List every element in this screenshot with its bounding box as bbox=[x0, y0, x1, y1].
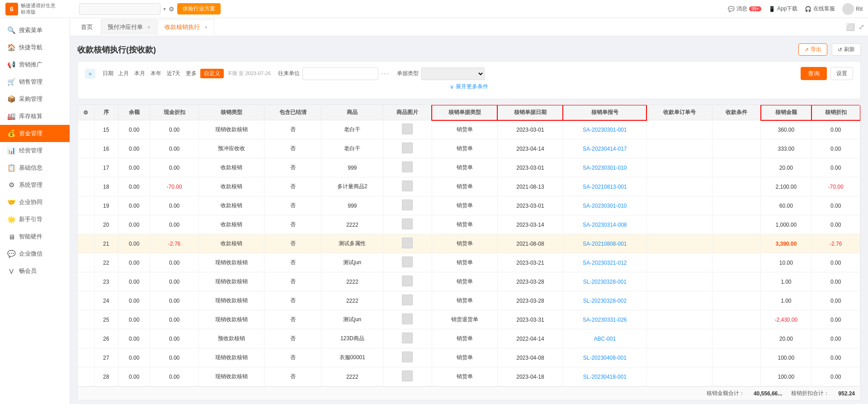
tab-fullscreen-icon[interactable]: ⤢ bbox=[859, 23, 864, 31]
page-title: 收款核销执行(按收款) bbox=[77, 44, 156, 55]
date-btn-last-month[interactable]: 上月 bbox=[116, 69, 131, 78]
avatar bbox=[842, 3, 854, 15]
cell-cash-discount: 0.00 bbox=[150, 310, 199, 329]
sidebar-item-enterprise[interactable]: 🤝 企业协同 bbox=[0, 194, 70, 211]
cell-bill-report-no[interactable]: SA-20230314-008 bbox=[563, 215, 646, 234]
bill-no-link[interactable]: SA-20230321-012 bbox=[583, 260, 627, 266]
filter-date-group: 上月 本月 本年 近7天 更多 自定义 bbox=[116, 69, 224, 78]
cell-writeoff-type: 收款核销 bbox=[198, 234, 264, 253]
setting-button[interactable]: 设置 bbox=[830, 67, 853, 80]
cell-bill-report-no[interactable]: SL-20230328-002 bbox=[563, 291, 646, 310]
bill-no-link[interactable]: SA-20210808-001 bbox=[583, 241, 627, 247]
cell-receipt-order-no bbox=[646, 253, 712, 272]
expand-more-btn[interactable]: ∨ 展开更多条件 bbox=[85, 80, 853, 93]
date-custom-btn[interactable]: 自定义 bbox=[200, 69, 224, 78]
query-button[interactable]: 查询 bbox=[801, 67, 827, 80]
sidebar-item-smart-hardware[interactable]: 🖥 智能硬件 bbox=[0, 228, 70, 245]
bill-type-select[interactable] bbox=[421, 67, 485, 80]
cell-writeoff-type: 收款核销 bbox=[198, 215, 264, 234]
bill-no-link[interactable]: SA-20230301-010 bbox=[583, 165, 627, 171]
cell-receipt-order-no bbox=[646, 177, 712, 196]
cell-bill-report-no[interactable]: SA-20230301-001 bbox=[563, 120, 646, 139]
th-settings[interactable]: ⚙ bbox=[78, 105, 94, 120]
bill-no-link[interactable]: SA-20230314-008 bbox=[583, 222, 627, 228]
tab-prepayment[interactable]: 预付冲应付单 × bbox=[101, 19, 157, 35]
chevron-down-icon[interactable]: ▾ bbox=[163, 6, 166, 12]
sidebar-item-quicknav[interactable]: 🏠 快捷导航 bbox=[0, 39, 70, 56]
cell-bill-report-no[interactable]: SA-20230301-010 bbox=[563, 196, 646, 215]
bill-no-link[interactable]: SL-20230328-002 bbox=[583, 298, 627, 304]
sidebar-item-funds[interactable]: 💰 资金管理 bbox=[0, 125, 70, 142]
export-button[interactable]: ↗ 导出 bbox=[798, 43, 827, 56]
cell-writeoff-amount: -2,430.00 bbox=[761, 310, 811, 329]
cell-bill-report-no[interactable]: SL-20230408-001 bbox=[563, 348, 646, 367]
bill-no-link[interactable]: SA-20230301-001 bbox=[583, 127, 627, 133]
bill-no-link[interactable]: SA-20230331-026 bbox=[583, 317, 627, 323]
cell-goods: 999 bbox=[321, 196, 383, 215]
tab-prepayment-close[interactable]: × bbox=[147, 24, 150, 30]
cell-bill-report-no[interactable]: SA-20230321-012 bbox=[563, 253, 646, 272]
bill-no-link[interactable]: SA-20230414-017 bbox=[583, 146, 627, 152]
tab-home[interactable]: 首页 bbox=[74, 19, 100, 35]
sidebar-item-basic-info[interactable]: 📋 基础信息 bbox=[0, 159, 70, 176]
cell-receipt-condition bbox=[712, 120, 761, 139]
cell-seq: 26 bbox=[94, 329, 118, 348]
cell-bill-report-no[interactable]: SL-20230418-001 bbox=[563, 367, 646, 386]
app-download-btn[interactable]: 📱 App下载 bbox=[769, 5, 797, 13]
date-btn-this-month[interactable]: 本月 bbox=[132, 69, 147, 78]
cell-writeoff-type: 收款核销 bbox=[198, 158, 264, 177]
sidebar-item-system[interactable]: ⚙ 系统管理 bbox=[0, 176, 70, 194]
tab-minimize-icon[interactable]: ⬜ bbox=[846, 23, 855, 31]
cell-bill-report-type: 销货单 bbox=[432, 139, 497, 158]
tab-writeoff-close[interactable]: × bbox=[204, 24, 207, 30]
sidebar-item-purchase[interactable]: 📦 采购管理 bbox=[0, 90, 70, 108]
bill-no-link[interactable]: SL-20230328-001 bbox=[583, 279, 627, 285]
date-btn-this-year[interactable]: 本年 bbox=[149, 69, 163, 78]
cell-writeoff-amount: 1.00 bbox=[761, 272, 811, 291]
cell-bill-report-no[interactable]: SA-20230301-010 bbox=[563, 158, 646, 177]
filter-bill-type-item: 单据类型 bbox=[397, 67, 485, 80]
user-area[interactable]: Rit bbox=[842, 3, 863, 15]
online-service-btn[interactable]: 🎧 在线客服 bbox=[805, 5, 835, 13]
top-search-input[interactable] bbox=[79, 3, 160, 15]
gear-icon[interactable]: ⚙ bbox=[169, 5, 175, 13]
sidebar-item-member[interactable]: V 畅会员 bbox=[0, 262, 70, 280]
sidebar-item-inventory[interactable]: 🏭 库存核算 bbox=[0, 108, 70, 125]
industry-btn[interactable]: 休验行业方案 bbox=[177, 3, 221, 14]
sidebar-item-guide[interactable]: 🌟 新手引导 bbox=[0, 211, 70, 228]
tab-writeoff-label: 收款核销执行 bbox=[165, 23, 200, 31]
sidebar-item-wechat[interactable]: 💬 企业微信 bbox=[0, 245, 70, 262]
filter-expand-btn[interactable]: » bbox=[85, 69, 95, 79]
cell-bill-report-no[interactable]: SA-20230331-026 bbox=[563, 310, 646, 329]
tab-writeoff[interactable]: 收款核销执行 × bbox=[158, 19, 214, 35]
bill-no-link[interactable]: SA-20210813-001 bbox=[583, 184, 627, 190]
messages-btn[interactable]: 💬 消息 99+ bbox=[728, 5, 761, 13]
counterpart-input[interactable] bbox=[302, 67, 378, 80]
cell-bill-report-no[interactable]: SA-20230414-017 bbox=[563, 139, 646, 158]
bill-no-link[interactable]: SA-20230301-010 bbox=[583, 203, 627, 209]
cell-settings bbox=[78, 234, 94, 253]
bill-no-link[interactable]: SL-20230408-001 bbox=[583, 355, 627, 361]
date-btn-more[interactable]: 更多 bbox=[184, 69, 198, 78]
cell-include-settled: 否 bbox=[264, 348, 321, 367]
sidebar-item-operations[interactable]: 📊 经营管理 bbox=[0, 142, 70, 159]
sidebar-item-sales[interactable]: 🛒 销售管理 bbox=[0, 73, 70, 90]
sidebar-item-search[interactable]: 🔍 搜索菜单 bbox=[0, 22, 70, 39]
cell-bill-report-date: 2023-03-01 bbox=[497, 196, 563, 215]
cell-settings bbox=[78, 120, 94, 139]
page-header: 收款核销执行(按收款) ↗ 导出 ↺ 刷新 bbox=[77, 43, 861, 56]
cell-bill-report-no[interactable]: ABC-001 bbox=[563, 329, 646, 348]
top-bar: 6 畅捷通谱好生意 标准版 ▾ ⚙ 休验行业方案 💬 消息 99+ 📱 App下… bbox=[0, 0, 868, 18]
dots-icon[interactable]: ··· bbox=[381, 70, 390, 78]
cell-settings bbox=[78, 367, 94, 386]
bill-no-link[interactable]: SL-20230418-001 bbox=[583, 374, 627, 380]
cell-bill-report-no[interactable]: SA-20210813-001 bbox=[563, 177, 646, 196]
table-row: 230.000.00现销收款核销否2222销货单2023-03-28SL-202… bbox=[78, 272, 860, 291]
sidebar-item-marketing[interactable]: 📢 营销推广 bbox=[0, 56, 70, 73]
cell-bill-report-no[interactable]: SA-20210808-001 bbox=[563, 234, 646, 253]
bill-no-link[interactable]: ABC-001 bbox=[594, 336, 616, 342]
refresh-button[interactable]: ↺ 刷新 bbox=[832, 43, 861, 56]
date-btn-7days[interactable]: 近7天 bbox=[165, 69, 183, 78]
cell-goods-img bbox=[383, 196, 432, 215]
cell-bill-report-no[interactable]: SL-20230328-001 bbox=[563, 272, 646, 291]
